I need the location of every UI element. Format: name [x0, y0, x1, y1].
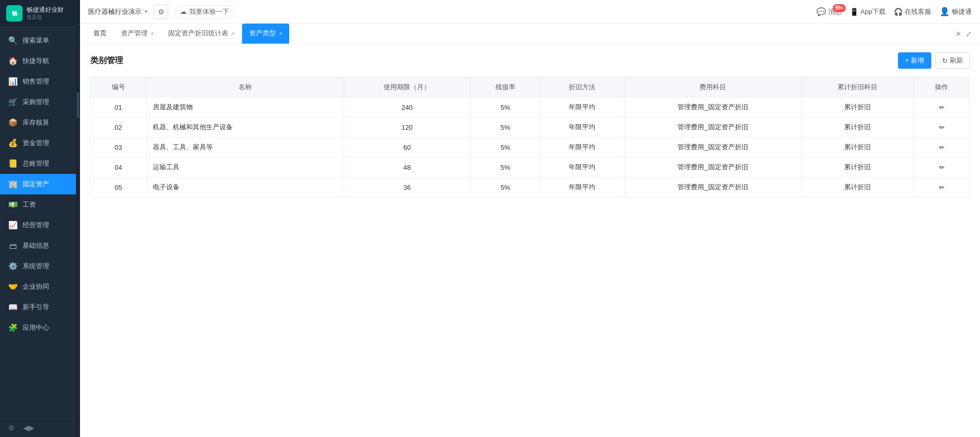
table-cell: 运输工具	[146, 157, 344, 177]
module-selector[interactable]: 医疗器械行业演示 ▾	[88, 7, 148, 16]
tab-asset-mgmt-label: 资产管理	[121, 29, 148, 38]
online-service-label: 在线客服	[905, 7, 931, 16]
sidebar-item-label: 新手引导	[23, 303, 49, 312]
tab-depreciation-close[interactable]: ×	[231, 30, 234, 36]
sales-icon: 📊	[8, 77, 17, 86]
sidebar-item-quicknav[interactable]: 🏠快捷导航	[0, 51, 76, 71]
sidebar-item-label: 快捷导航	[23, 56, 49, 66]
category-table: 编号名称使用期限（月）残值率折旧方法费用科目累计折旧科目操作 01房屋及建筑物2…	[90, 77, 970, 197]
table-cell: 120	[344, 117, 470, 137]
table-cell: 管理费用_固定资产折旧	[624, 137, 801, 157]
window-controls: ✕ ⤢	[955, 24, 974, 44]
sidebar-item-guide[interactable]: 📖新手引导	[0, 297, 76, 317]
tab-depreciation-table[interactable]: 固定资产折旧统计表 ×	[161, 24, 242, 44]
scroll-thumb	[77, 92, 79, 118]
edit-button[interactable]: ✏	[914, 157, 970, 177]
sidebar-item-capital[interactable]: 💰资金管理	[0, 133, 76, 153]
topbar-right: 💬 消息 99 📱 App下载 🎧 在线客服 👤 畅捷通	[816, 7, 972, 16]
sidebar-item-label: 库存核算	[23, 118, 49, 127]
col-header: 费用科目	[624, 77, 801, 97]
quicknav-icon: 🏠	[8, 56, 17, 66]
app-download-button[interactable]: 📱 App下载	[850, 7, 886, 16]
sidebar-item-basic[interactable]: 🗃基础信息	[0, 235, 76, 256]
sidebar-item-label: 应用中心	[23, 323, 49, 332]
dropdown-arrow-icon: ▾	[145, 8, 148, 15]
table-cell: 04	[91, 157, 147, 177]
sidebar-item-label: 企业协同	[23, 282, 49, 291]
tab-home[interactable]: 首页	[86, 24, 114, 44]
online-service-button[interactable]: 🎧 在线客服	[894, 7, 931, 16]
basic-icon: 🗃	[8, 242, 17, 250]
table-cell: 5%	[470, 157, 540, 177]
settings-button[interactable]: ⚙	[154, 5, 168, 19]
purchase-icon: 🛒	[8, 97, 17, 107]
table-cell: 03	[91, 137, 147, 157]
notifications-button[interactable]: 💬 消息 99	[816, 7, 842, 16]
sidebar-item-system[interactable]: ⚙️系统管理	[0, 256, 76, 276]
collapse-icon[interactable]: ◀▶	[23, 424, 34, 432]
tab-asset-mgmt-close[interactable]: ×	[151, 30, 154, 36]
table-cell: 累计折旧	[802, 137, 914, 157]
cloud-icon: ☁	[180, 8, 187, 15]
notification-badge: 99	[833, 4, 845, 12]
sidebar-item-label: 固定资产	[23, 180, 49, 189]
table-cell: 累计折旧	[802, 97, 914, 117]
sidebar-item-enterprise[interactable]: 🤝企业协同	[0, 276, 76, 297]
sidebar-item-operations[interactable]: 📈经营管理	[0, 215, 76, 235]
table-cell: 240	[344, 97, 470, 117]
refresh-button[interactable]: ↻ 刷新	[935, 52, 970, 69]
col-header: 使用期限（月）	[344, 77, 470, 97]
edit-button[interactable]: ✏	[914, 137, 970, 157]
fixed-icon: 🏢	[8, 180, 17, 189]
table-cell: 器具、工具、家具等	[146, 137, 344, 157]
col-header: 累计折旧科目	[802, 77, 914, 97]
sidebar-item-fixed[interactable]: 🏢固定资产	[0, 174, 76, 194]
table-body: 01房屋及建筑物2405%年限平均管理费用_固定资产折旧累计折旧✏02机器、机械…	[91, 97, 970, 197]
refresh-icon: ↻	[942, 57, 948, 65]
table-row: 01房屋及建筑物2405%年限平均管理费用_固定资产折旧累计折旧✏	[91, 97, 970, 117]
edit-button[interactable]: ✏	[914, 177, 970, 197]
table-cell: 年限平均	[540, 177, 624, 197]
table-cell: 01	[91, 97, 147, 117]
sidebar-item-salary[interactable]: 💵工资	[0, 194, 76, 215]
sidebar-item-label: 采购管理	[23, 97, 49, 107]
new-button[interactable]: + 新增	[898, 52, 931, 69]
search-icon: 🔍	[8, 36, 17, 45]
tab-asset-type-close[interactable]: ×	[279, 30, 282, 36]
sidebar-item-label: 系统管理	[23, 262, 49, 271]
maximize-window-button[interactable]: ⤢	[966, 30, 972, 38]
sidebar-item-search[interactable]: 🔍搜索菜单	[0, 30, 76, 51]
logo-icon: 畅	[6, 5, 23, 22]
tab-asset-type[interactable]: 资产类型 ×	[242, 24, 289, 44]
user-menu-button[interactable]: 👤 畅捷通	[939, 7, 972, 16]
username-label: 畅捷通	[952, 7, 972, 16]
table-cell: 60	[344, 137, 470, 157]
table-header: 编号名称使用期限（月）残值率折旧方法费用科目累计折旧科目操作	[91, 77, 970, 97]
sidebar-scrollbar[interactable]	[76, 0, 80, 437]
sidebar-item-inventory[interactable]: 📦库存核算	[0, 112, 76, 133]
sidebar-item-label: 销售管理	[23, 77, 49, 86]
appcenter-icon: 🧩	[8, 323, 17, 332]
sidebar-item-label: 搜索菜单	[23, 36, 49, 45]
sidebar-item-appcenter[interactable]: 🧩应用中心	[0, 317, 76, 338]
tab-asset-mgmt[interactable]: 资产管理 ×	[114, 24, 161, 44]
sidebar-item-purchase[interactable]: 🛒采购管理	[0, 92, 76, 112]
col-header: 操作	[914, 77, 970, 97]
table-cell: 年限平均	[540, 117, 624, 137]
table-cell: 累计折旧	[802, 177, 914, 197]
content-area: 类别管理 + 新增 ↻ 刷新 编号名称使用期限（月）残值率折旧方法费用科目累计折…	[80, 44, 980, 437]
settings-icon[interactable]: ⚙	[8, 424, 15, 432]
close-window-button[interactable]: ✕	[955, 30, 962, 38]
sidebar-nav: 🔍搜索菜单🏠快捷导航📊销售管理🛒采购管理📦库存核算💰资金管理📒总账管理🏢固定资产…	[0, 27, 76, 418]
sidebar-item-sales[interactable]: 📊销售管理	[0, 71, 76, 92]
sidebar-item-ledger[interactable]: 📒总账管理	[0, 153, 76, 174]
table-cell: 02	[91, 117, 147, 137]
sidebar-item-label: 经营管理	[23, 221, 49, 230]
edit-button[interactable]: ✏	[914, 97, 970, 117]
experience-button[interactable]: ☁ 我要体验一下	[174, 5, 235, 18]
app-download-label: App下载	[861, 7, 886, 16]
user-avatar-icon: 👤	[939, 7, 950, 16]
table-cell: 管理费用_固定资产折旧	[624, 97, 801, 117]
edit-button[interactable]: ✏	[914, 117, 970, 137]
sidebar-item-label: 资金管理	[23, 138, 49, 148]
